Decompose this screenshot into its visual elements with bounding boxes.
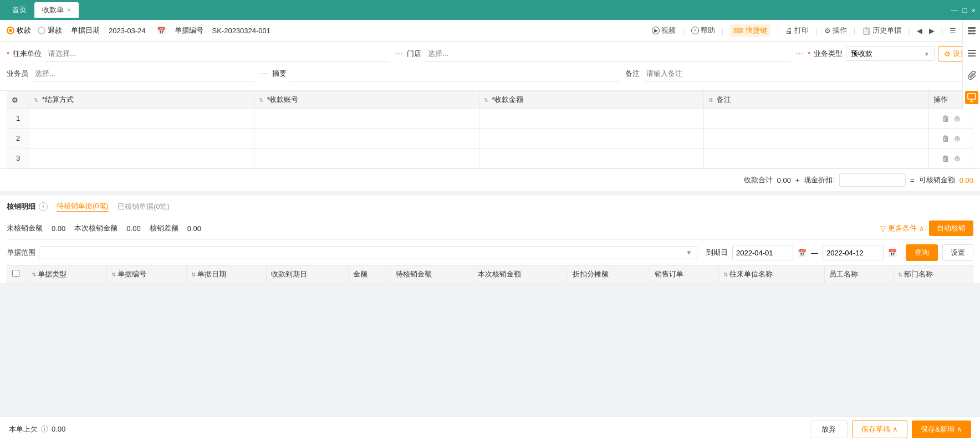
account-input-3[interactable]	[254, 148, 479, 168]
save-new-btn[interactable]: 保存&新增 ∧	[912, 421, 971, 438]
settlement-input-3[interactable]	[29, 148, 254, 168]
search-setting-btn[interactable]: 设置	[942, 244, 973, 261]
amount-input-1[interactable]	[479, 109, 704, 128]
delete-icon-1[interactable]: 🗑	[942, 114, 950, 123]
abandon-btn[interactable]: 放弃	[810, 421, 848, 438]
table-settings-header[interactable]: ⚙	[7, 91, 29, 109]
amount-cell-3[interactable]	[479, 148, 704, 168]
help-btn[interactable]: ? 帮助	[691, 25, 715, 35]
amount-cell-1[interactable]	[479, 109, 704, 129]
radio-refund-label: 退款	[48, 25, 62, 35]
amount-input-3[interactable]	[479, 148, 704, 168]
verifiable-label: 可核销金额	[919, 175, 955, 185]
store-more-icon[interactable]: ···	[796, 49, 803, 59]
shortcut-btn[interactable]: ⌨ 快捷键	[730, 24, 770, 37]
counterpart-more-icon[interactable]: ···	[395, 49, 402, 59]
done-tab[interactable]: 已核销单据(0笔)	[118, 202, 170, 212]
sidebar-list-icon[interactable]	[965, 47, 978, 60]
th-discount: 折扣分摊额	[568, 266, 650, 283]
close-btn[interactable]: ×	[971, 6, 976, 14]
range-select[interactable]: ▼	[39, 246, 697, 259]
tab-home[interactable]: 首页	[4, 2, 34, 18]
salesperson-input[interactable]	[32, 66, 255, 81]
sort-icon: ⇅	[484, 97, 488, 103]
store-label: 门店	[407, 49, 421, 59]
history-btn[interactable]: 📋 历史单据	[862, 25, 901, 35]
radio-receipt[interactable]: 收款	[7, 25, 31, 35]
note-cell-1[interactable]	[704, 109, 929, 129]
tab-current[interactable]: 收款单 ×	[34, 2, 79, 18]
minimize-btn[interactable]: —	[951, 6, 958, 14]
copy-icon-2[interactable]: ⊕	[954, 134, 961, 143]
account-input-1[interactable]	[254, 109, 479, 128]
copy-icon-1[interactable]: ⊕	[954, 114, 961, 123]
note-input-2[interactable]	[704, 129, 928, 148]
note-cell-2[interactable]	[704, 129, 929, 148]
verifiable-value: 0.00	[959, 176, 973, 184]
sidebar-attachment-icon[interactable]	[965, 69, 978, 82]
range-field: 单据范围 ▼	[7, 246, 697, 259]
settlement-input-1[interactable]	[29, 109, 254, 128]
radio-refund[interactable]: 退款	[38, 25, 62, 35]
calendar-end-icon[interactable]: 📅	[888, 249, 897, 257]
th-check-settings[interactable]	[7, 266, 27, 283]
delete-icon-2[interactable]: 🗑	[942, 134, 950, 143]
note-cell-3[interactable]	[704, 148, 929, 168]
sort-icon: ⇅	[708, 97, 713, 103]
help-icon: ?	[691, 27, 699, 34]
account-cell-3[interactable]	[254, 148, 479, 168]
sort-icon: ⇅	[259, 97, 263, 103]
stats-row: 未核销金额 0.00 本次核销金额 0.00 核销差额 0.00 ▽ 更多条件 …	[7, 217, 973, 239]
nav-right-icon[interactable]: ▶	[929, 27, 935, 35]
auto-cancel-btn[interactable]: 自动核销	[929, 221, 973, 236]
due-date-start-input[interactable]	[732, 245, 793, 260]
filter-icon: ▽	[880, 224, 886, 233]
abstract-input[interactable]	[290, 66, 620, 81]
bill-number-label: 单据编号	[175, 25, 203, 35]
verify-info-icon[interactable]: i	[39, 202, 48, 211]
account-cell-2[interactable]	[254, 129, 479, 148]
pending-tab[interactable]: 待核销单据(0笔)	[57, 201, 109, 212]
maximize-btn[interactable]: □	[963, 6, 967, 14]
counterpart-input[interactable]	[45, 46, 390, 61]
store-input[interactable]	[425, 46, 790, 61]
operation-btn[interactable]: ⚙ 操作	[824, 25, 847, 35]
stats-right: ▽ 更多条件 ∧ 自动核销	[880, 221, 973, 236]
nav-left-icon[interactable]: ◀	[917, 27, 922, 35]
note-input-1[interactable]	[704, 109, 928, 128]
due-date-end-input[interactable]	[823, 245, 884, 260]
save-draft-btn[interactable]: 保存草稿 ∧	[852, 421, 907, 438]
verify-header: 核销明细 i 待核销单据(0笔) 已核销单据(0笔)	[7, 201, 973, 212]
salesperson-more-icon[interactable]: ···	[261, 69, 268, 79]
sidebar-screen-icon[interactable]	[965, 91, 978, 104]
account-input-2[interactable]	[254, 129, 479, 148]
tab-home-label: 首页	[12, 5, 27, 15]
section-divider	[0, 191, 980, 196]
calendar-start-icon[interactable]: 📅	[798, 249, 807, 257]
print-btn[interactable]: 🖨 打印	[785, 25, 809, 35]
tab-close-icon[interactable]: ×	[67, 6, 71, 14]
copy-icon-3[interactable]: ⊕	[954, 154, 961, 163]
video-btn[interactable]: ▶ 视频	[652, 25, 676, 35]
query-btn[interactable]: 查询	[906, 244, 938, 261]
settlement-cell-1[interactable]	[29, 109, 254, 129]
select-all-checkbox[interactable]	[12, 270, 19, 277]
delete-icon-3[interactable]: 🗑	[942, 154, 950, 163]
settlement-input-2[interactable]	[29, 129, 254, 148]
business-type-select[interactable]: 预收款 ▼	[846, 47, 935, 61]
amount-cell-2[interactable]	[479, 129, 704, 148]
note-input-3[interactable]	[704, 148, 928, 168]
account-cell-1[interactable]	[254, 109, 479, 129]
settlement-cell-2[interactable]	[29, 129, 254, 148]
amount-input-2[interactable]	[479, 129, 704, 148]
carry-icon[interactable]: ⓘ	[41, 424, 48, 434]
cash-discount-input[interactable]	[839, 173, 906, 187]
calendar-icon[interactable]: 📅	[157, 27, 166, 35]
settlement-cell-3[interactable]	[29, 148, 254, 168]
receipt-total-value: 0.00	[777, 176, 791, 184]
layout-list-icon[interactable]: ☰	[950, 27, 956, 35]
sidebar-table-icon[interactable]	[965, 24, 978, 38]
note-input[interactable]	[643, 66, 973, 81]
more-conditions-btn[interactable]: ▽ 更多条件 ∧	[880, 223, 925, 233]
chevron-up-icon: ∧	[957, 425, 962, 433]
